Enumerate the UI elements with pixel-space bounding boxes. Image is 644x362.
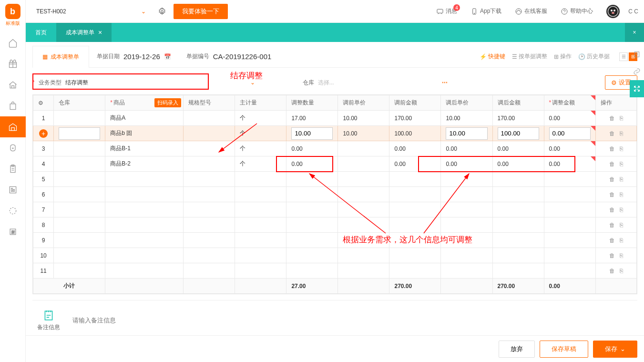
subtotal-row: 小计 27.00 270.00 270.00 0.00 [33, 279, 637, 294]
delete-icon[interactable]: 🗑 [609, 191, 615, 198]
nav-warehouse[interactable] [0, 116, 26, 137]
warehouse-input[interactable] [59, 127, 100, 140]
copy-icon[interactable]: ⎘ [620, 115, 623, 122]
copy-icon[interactable]: ⎘ [620, 176, 623, 183]
table-row[interactable]: 9🗑⎘ [33, 233, 637, 248]
delete-icon[interactable]: 🗑 [609, 161, 615, 167]
rr-link[interactable] [630, 63, 644, 80]
doc-icon: ▦ [42, 53, 48, 60]
copy-icon[interactable]: ⎘ [620, 268, 623, 274]
nav-circle[interactable] [0, 200, 26, 221]
copy-icon[interactable]: ⎘ [620, 145, 623, 152]
filter-row: * 业务类型 结存调整 ⌄ 仓库 选择... ⋯ ⚙ 设置 [32, 68, 637, 94]
doc-tab[interactable]: ▦ 成本调整单 [32, 46, 89, 68]
discard-button[interactable]: 放弃 [499, 341, 535, 358]
filter-more[interactable]: ⋯ [442, 79, 449, 86]
save-draft-button[interactable]: 保存草稿 [540, 341, 588, 358]
delete-icon[interactable]: 🗑 [609, 237, 615, 244]
scan-badge[interactable]: 扫码录入 [154, 98, 181, 107]
copy-icon[interactable]: ⎘ [620, 191, 623, 198]
rr-note[interactable] [630, 46, 644, 63]
col-operation: 操作 [595, 95, 636, 111]
copy-icon[interactable]: ⎘ [620, 222, 623, 228]
nav-home[interactable] [0, 32, 26, 53]
svg-point-19 [612, 12, 614, 14]
tab-home[interactable]: 首页 [26, 23, 56, 42]
view-list[interactable]: ☰ [619, 52, 628, 61]
copy-icon[interactable]: ⎘ [620, 207, 623, 213]
org-selector[interactable]: TEST-H002 ⌄ [31, 4, 151, 19]
delete-icon[interactable]: 🗑 [609, 145, 615, 152]
tab-cost-adjust[interactable]: 成本调整单 × [56, 23, 112, 42]
col-gear[interactable]: ⚙ [33, 95, 54, 111]
delete-icon[interactable]: 🗑 [609, 252, 615, 259]
close-icon[interactable]: × [98, 29, 102, 36]
rr-expand[interactable] [630, 80, 644, 97]
post-amt-input[interactable] [498, 127, 539, 140]
nav-house[interactable] [0, 74, 26, 95]
table-row[interactable]: 3商品B-1个0.000.000.000.000.00🗑⎘ [33, 141, 637, 156]
avatar[interactable] [606, 5, 620, 18]
qty-input[interactable] [291, 127, 333, 140]
col-warehouse: 仓库 [54, 95, 105, 111]
history-link[interactable]: 🕑历史单据 [578, 52, 610, 61]
nav-gift[interactable] [0, 53, 26, 74]
add-row-icon[interactable]: + [39, 129, 48, 138]
copy-icon[interactable]: ⎘ [620, 130, 623, 137]
gear-button[interactable] [156, 6, 168, 17]
svg-point-17 [611, 10, 613, 11]
table-row[interactable]: 4商品B-2个0.000.000.000.000.00🗑⎘ [33, 156, 637, 172]
filter-warehouse[interactable]: 仓库 选择... [303, 79, 413, 87]
table-row[interactable]: +商品b 固个10.00100.00🗑⎘ [33, 126, 637, 141]
logo-icon: b [5, 4, 20, 19]
calendar-icon[interactable]: 📅 [164, 53, 171, 60]
nav-clipboard[interactable] [0, 158, 26, 179]
svg-rect-24 [634, 52, 639, 57]
help-link[interactable]: 帮助中心 [557, 7, 597, 15]
app-download-link[interactable]: App下载 [467, 7, 505, 15]
delete-icon[interactable]: 🗑 [609, 130, 615, 137]
try-button[interactable]: 我要体验一下 [174, 4, 228, 19]
svg-text:新: 新 [11, 230, 14, 234]
hotkey-link[interactable]: ⚡快捷键 [480, 52, 505, 61]
nav-bag[interactable] [0, 95, 26, 116]
copy-icon[interactable]: ⎘ [620, 237, 623, 244]
by-order-link[interactable]: ☰按单据调整 [512, 52, 547, 61]
nav-new[interactable]: 新 [0, 221, 26, 242]
tab-bar-close[interactable]: × [625, 23, 644, 42]
adj-input[interactable] [549, 127, 591, 140]
messages-badge: 4 [453, 4, 460, 11]
bolt-icon: ⚡ [480, 53, 487, 60]
table-row[interactable]: 1商品A个17.0010.00170.0010.00170.000.00🗑⎘ [33, 111, 637, 126]
filter-biz-type[interactable]: * 业务类型 结存调整 ⌄ [32, 79, 255, 87]
svg-point-9 [161, 10, 164, 12]
copy-icon[interactable]: ⎘ [620, 161, 623, 167]
help-label: 帮助中心 [570, 7, 593, 15]
delete-icon[interactable]: 🗑 [609, 268, 615, 274]
ops-link[interactable]: ⊞操作 [554, 52, 572, 61]
delete-icon[interactable]: 🗑 [609, 176, 615, 183]
copy-icon[interactable]: ⎘ [620, 252, 623, 259]
table-row[interactable]: 8🗑⎘ [33, 217, 637, 233]
svg-rect-1 [10, 104, 16, 110]
messages-link[interactable]: 消息 4 [432, 7, 461, 15]
table-row[interactable]: 6🗑⎘ [33, 187, 637, 202]
delete-icon[interactable]: 🗑 [609, 115, 615, 122]
memo-input[interactable] [70, 314, 633, 327]
app-download-label: App下载 [480, 7, 501, 15]
chevron-down-icon: ⌄ [250, 79, 255, 86]
nav-money[interactable] [0, 137, 26, 158]
nav-report[interactable] [0, 179, 26, 200]
table-row[interactable]: 7🗑⎘ [33, 202, 637, 217]
table-row[interactable]: 11🗑⎘ [33, 263, 637, 279]
table-row[interactable]: 10🗑⎘ [33, 248, 637, 263]
support-link[interactable]: 在线客服 [511, 7, 551, 15]
svg-rect-10 [437, 9, 443, 13]
gear-icon: ⚙ [611, 79, 617, 86]
post-price-input[interactable] [446, 127, 487, 140]
table-row[interactable]: 5🗑⎘ [33, 172, 637, 187]
delete-icon[interactable]: 🗑 [609, 222, 615, 228]
col-unit: 主计量 [235, 95, 286, 111]
delete-icon[interactable]: 🗑 [609, 207, 615, 213]
save-button[interactable]: 保存 ⌄ [593, 341, 637, 358]
